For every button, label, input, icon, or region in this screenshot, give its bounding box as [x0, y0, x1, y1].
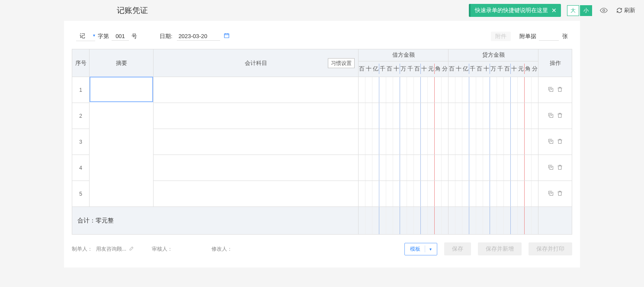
attachment-button[interactable]: 附件: [491, 32, 511, 41]
copy-icon[interactable]: [548, 190, 554, 197]
digit-label: 十: [455, 64, 462, 74]
save-and-print-button[interactable]: 保存并打印: [529, 242, 572, 255]
subject-cell[interactable]: [154, 181, 359, 207]
creator-value: 用友咨询顾...: [96, 245, 126, 253]
digit-label: 百: [359, 64, 365, 74]
template-button[interactable]: 模板 ▾: [404, 243, 437, 255]
label-attach: 附单据: [519, 32, 536, 40]
preview-icon[interactable]: [600, 6, 608, 14]
amount-cell[interactable]: [359, 207, 449, 235]
digit-label: 百: [386, 64, 393, 74]
summary-input[interactable]: [90, 77, 153, 102]
summary-input[interactable]: [90, 155, 153, 180]
digit-label: 角: [435, 64, 442, 74]
digit-label: 角: [525, 64, 532, 74]
seq-cell: 5: [72, 181, 90, 207]
digit-label: 十: [421, 64, 428, 74]
digit-label: 元: [518, 64, 525, 74]
amount-cell[interactable]: [359, 129, 449, 155]
save-and-new-button[interactable]: 保存并新增: [478, 242, 522, 255]
col-ops: 操作: [538, 49, 572, 77]
digit-label: 千: [407, 64, 414, 74]
label-zhang: 张: [562, 32, 568, 40]
digit-label: 千: [379, 64, 386, 74]
subject-cell[interactable]: [154, 155, 359, 181]
digit-label: 百: [504, 64, 511, 74]
table-row: 3: [72, 129, 572, 155]
calendar-icon[interactable]: [224, 32, 230, 40]
amount-cell[interactable]: [449, 207, 538, 235]
summary-input[interactable]: [90, 103, 153, 128]
digit-label: 十: [511, 64, 518, 74]
svg-point-0: [603, 10, 605, 12]
amount-cell[interactable]: [449, 129, 538, 155]
summary-input[interactable]: [90, 181, 153, 206]
table-row: 4: [72, 155, 572, 181]
digit-label: 百: [476, 64, 483, 74]
seq-cell: 1: [72, 77, 90, 103]
refresh-label: 刷新: [624, 6, 635, 14]
table-row: 2: [72, 103, 572, 129]
amount-cell[interactable]: [359, 77, 449, 103]
digit-label: 百: [414, 64, 421, 74]
subject-cell[interactable]: [154, 129, 359, 155]
col-credit: 贷方金额: [449, 49, 538, 61]
attachment-count-input[interactable]: [539, 32, 559, 41]
amount-cell[interactable]: [449, 103, 538, 129]
table-row: 5: [72, 181, 572, 207]
page-title: 记账凭证: [117, 5, 148, 16]
total-row: 合计：零元整: [72, 207, 572, 235]
date-input[interactable]: 2023-03-20: [177, 32, 220, 41]
size-small-button[interactable]: 小: [580, 5, 592, 16]
svg-rect-1: [224, 34, 229, 38]
copy-icon[interactable]: [548, 164, 554, 171]
label-hao: 号: [131, 32, 137, 40]
label-auditor: 审核人：: [152, 245, 173, 253]
digit-label: 千: [497, 64, 504, 74]
digit-label: 元: [428, 64, 435, 74]
amount-cell[interactable]: [359, 181, 449, 207]
edit-icon[interactable]: [129, 245, 135, 252]
subject-cell[interactable]: [154, 103, 359, 129]
amount-cell[interactable]: [449, 77, 538, 103]
digit-label: 万: [490, 64, 497, 74]
shortcut-tip: 快速录单的快捷键说明在这里 ✕: [469, 4, 561, 17]
digit-label: 亿: [462, 64, 469, 74]
refresh-button[interactable]: 刷新: [616, 6, 635, 14]
digit-label: 千: [469, 64, 476, 74]
amount-cell[interactable]: [359, 103, 449, 129]
delete-icon[interactable]: [557, 138, 563, 145]
delete-icon[interactable]: [557, 86, 563, 93]
copy-icon[interactable]: [548, 112, 554, 119]
digit-label: 分: [442, 64, 448, 74]
amount-cell[interactable]: [449, 155, 538, 181]
label-zidi: 字第: [98, 32, 109, 40]
digit-label: 十: [365, 64, 372, 74]
size-large-button[interactable]: 大: [567, 5, 579, 16]
col-subject: 会计科目 习惯设置: [154, 49, 359, 77]
seq-cell: 4: [72, 155, 90, 181]
save-button[interactable]: 保存: [444, 242, 471, 255]
voucher-type-select[interactable]: 记 ▾: [76, 31, 95, 41]
chevron-down-icon: ▾: [429, 247, 432, 252]
table-row: 1: [72, 77, 572, 103]
col-summary: 摘要: [90, 49, 154, 77]
col-debit: 借方金额: [359, 49, 449, 61]
label-creator: 制单人：: [72, 245, 93, 253]
close-icon[interactable]: ✕: [551, 7, 557, 14]
amount-cell[interactable]: [359, 155, 449, 181]
delete-icon[interactable]: [557, 112, 563, 119]
tip-text: 快速录单的快捷键说明在这里: [475, 6, 548, 14]
copy-icon[interactable]: [548, 86, 554, 93]
habit-settings-button[interactable]: 习惯设置: [328, 58, 355, 68]
delete-icon[interactable]: [557, 164, 563, 171]
summary-input[interactable]: [90, 129, 153, 154]
delete-icon[interactable]: [557, 190, 563, 197]
digit-label: 万: [400, 64, 407, 74]
voucher-number-input[interactable]: 001: [112, 32, 129, 41]
amount-cell[interactable]: [449, 181, 538, 207]
copy-icon[interactable]: [548, 138, 554, 145]
subject-cell[interactable]: [154, 77, 359, 103]
voucher-type-value: 记: [80, 32, 85, 39]
refresh-icon: [616, 7, 622, 13]
